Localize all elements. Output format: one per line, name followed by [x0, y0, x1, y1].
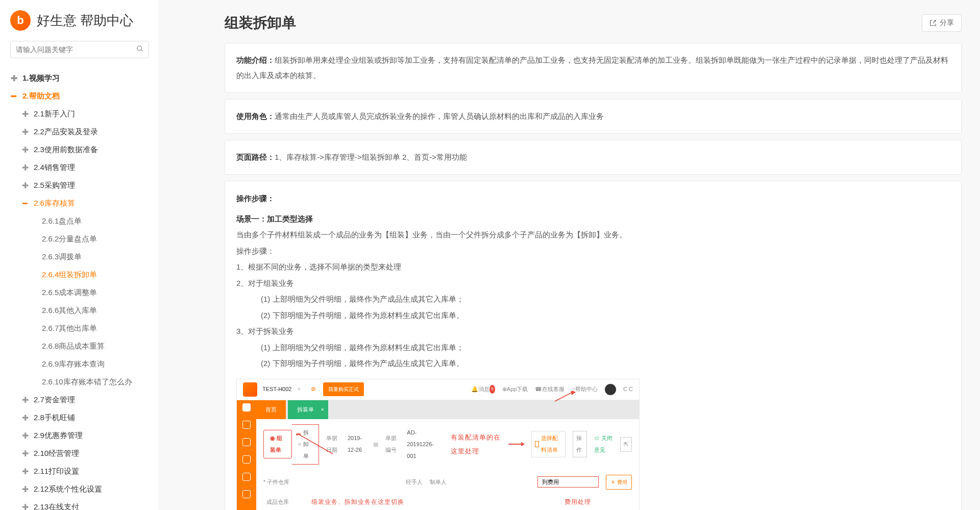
- annot-top: 有装配清单的在这里处理: [451, 430, 501, 458]
- plus-icon: ✚: [21, 163, 29, 173]
- nav-2-6-3[interactable]: 2.6.3调拨单: [10, 248, 158, 266]
- plus-icon: ✚: [21, 145, 29, 155]
- plus-icon: ✚: [21, 127, 29, 137]
- step-3: 3、对于拆装业务: [236, 323, 950, 339]
- trial-badge: 我要购买正式: [323, 382, 364, 396]
- user-name: C C: [623, 383, 633, 395]
- form-row-3: 成品仓库 组装业务、拆卸业务在这里切换 费用处理: [256, 495, 639, 510]
- intro-panel: 功能介绍：组装拆卸单用来处理企业组装或拆卸等加工业务，支持有固定装配清单的产品加…: [225, 43, 962, 93]
- step-1: 1、根据不同的业务，选择不同单据的类型来处理: [236, 259, 950, 275]
- svg-line-1: [141, 50, 142, 51]
- ops-button: 操作: [573, 431, 587, 457]
- tab-home: 首页: [256, 400, 286, 419]
- path-text: 1、库存核算->库存管理->组装拆卸单 2、首页->常用功能: [275, 153, 467, 161]
- role-panel: 使用角色：通常由生产人员或库管人员完成拆装业务的操作，库管人员确认原材料的出库和…: [225, 99, 962, 134]
- steps-panel: 操作步骤： 场景一：加工类型选择 当由多个子件材料组装成一个成品的业务为【组装】…: [225, 181, 962, 510]
- tabs: 首页 拆装单: [256, 400, 639, 419]
- logo-icon: b: [10, 10, 31, 31]
- choose-button: 选择配料清单: [531, 431, 566, 457]
- role-label: 使用角色：: [236, 112, 275, 120]
- side-icon: [242, 455, 251, 464]
- arrow-icon: [508, 444, 524, 445]
- minus-icon: ━: [10, 91, 17, 101]
- nav-2-6-5[interactable]: 2.6.5成本调整单: [10, 284, 158, 302]
- nav-2-5[interactable]: ✚2.5采购管理: [10, 177, 158, 195]
- nav-2-6-10[interactable]: 2.6.10库存账本错了怎么办: [10, 373, 158, 391]
- side-icon: [242, 473, 251, 481]
- plus-icon: ✚: [21, 484, 29, 494]
- plus-icon: ✚: [21, 449, 29, 458]
- page-title: 组装拆卸单: [225, 13, 296, 33]
- form-row-2: * 子件仓库 经手人 制单人 ￥ 费用: [256, 470, 639, 495]
- nav-2-1[interactable]: ✚2.1新手入门: [10, 105, 158, 123]
- avatar-icon: [605, 384, 616, 395]
- side-icon: [242, 438, 251, 446]
- nav-2-6-2[interactable]: 2.6.2分量盘点单: [10, 230, 158, 248]
- nav-2-6-4[interactable]: 2.6.4组装拆卸单: [10, 266, 158, 284]
- path-label: 页面路径：: [236, 153, 275, 161]
- nav-2-6[interactable]: ━2.6库存核算: [10, 195, 158, 212]
- plus-icon: ✚: [21, 413, 29, 423]
- search-input[interactable]: [10, 41, 149, 58]
- nav-2-6-6[interactable]: 2.6.6其他入库单: [10, 302, 158, 320]
- logo: b 好生意 帮助中心: [10, 10, 158, 31]
- search-icon[interactable]: [136, 45, 144, 54]
- nav-2-6-7[interactable]: 2.6.7其他出库单: [10, 320, 158, 337]
- nav-2-11[interactable]: ✚2.11打印设置: [10, 463, 158, 480]
- plus-icon: ✚: [21, 109, 29, 119]
- step-3b: (2) 下部明细为子件明细，最终作为产成品生成其它入库单。: [236, 355, 950, 372]
- step-2a: (1) 上部明细为父件明细，最终作为产成品生成其它入库单；: [236, 291, 950, 307]
- help-link: ○ 帮助中心: [572, 383, 598, 395]
- msg-link: 🔔 消息5: [471, 383, 495, 395]
- step-3a: (1) 上部明细为父件明细，最终作为原材料生成其它出库单；: [236, 339, 950, 356]
- svg-point-0: [137, 46, 142, 51]
- plus-icon: ✚: [21, 181, 29, 190]
- plus-icon: ✚: [21, 502, 29, 510]
- nav-video[interactable]: ✚1.视频学习: [10, 69, 158, 87]
- nav-2-7[interactable]: ✚2.7资金管理: [10, 391, 158, 409]
- scene-title: 场景一：加工类型选择: [236, 211, 950, 227]
- ops-label: 操作步骤：: [236, 243, 950, 259]
- nav-2-6-8[interactable]: 2.6.8商品成本重算: [10, 337, 158, 355]
- side-icon: [242, 490, 251, 498]
- plus-icon: ✚: [21, 467, 29, 476]
- nav-2-9[interactable]: ✚2.9优惠券管理: [10, 427, 158, 445]
- sidebar: b 好生意 帮助中心 ✚1.视频学习 ━2.帮助文档 ✚2.1新手入门 ✚2.2…: [0, 0, 158, 510]
- company-name: TEST-H002: [262, 383, 291, 395]
- main-content: 组装拆卸单 分享 功能介绍：组装拆卸单用来处理企业组装或拆卸等加工业务，支持有固…: [158, 0, 980, 510]
- annot-switch: 组装业务、拆卸业务在这里切换: [311, 496, 404, 508]
- nav-2-13[interactable]: ✚2.13在线支付: [10, 498, 158, 510]
- assembly-button: ◉ 组装单: [263, 430, 292, 458]
- intro-label: 功能介绍：: [236, 56, 275, 64]
- intro-text: 组装拆卸单用来处理企业组装或拆卸等加工业务，支持有固定装配清单的产品加工业务，也…: [236, 56, 948, 80]
- home-icon: [242, 403, 251, 411]
- fee-btn: ￥ 费用: [606, 475, 632, 490]
- scene-desc: 当由多个子件材料组装成一个成品的业务为【组装】业务，当由一个父件拆分成多个子产品…: [236, 227, 950, 243]
- step-2: 2、对于组装业务: [236, 275, 950, 292]
- nav-2-8[interactable]: ✚2.8手机旺铺: [10, 409, 158, 427]
- share-icon: [929, 19, 937, 27]
- collapse-icon: ⇱: [620, 437, 632, 452]
- path-panel: 页面路径：1、库存核算->库存管理->组装拆卸单 2、首页->常用功能: [225, 140, 962, 175]
- tab-doc: 拆装单: [288, 400, 328, 419]
- logo-text: 好生意 帮助中心: [37, 12, 133, 30]
- plus-icon: ✚: [21, 395, 29, 405]
- form-row-1: ◉ 组装单 ○ 拆卸单 单据日期 2019-12-26▦ 单据编号 AD-201…: [256, 419, 639, 470]
- nav-2-6-9[interactable]: 2.6.9库存账本查询: [10, 355, 158, 373]
- embed-sidebar: [237, 400, 256, 511]
- nav-2-2[interactable]: ✚2.2产品安装及登录: [10, 123, 158, 141]
- plus-icon: ✚: [10, 74, 17, 83]
- share-button[interactable]: 分享: [922, 14, 962, 32]
- plus-icon: ✚: [21, 431, 29, 441]
- nav-docs[interactable]: ━2.帮助文档: [10, 87, 158, 105]
- fee-input: [537, 476, 599, 488]
- header: 组装拆卸单 分享: [225, 13, 962, 33]
- nav-2-12[interactable]: ✚2.12系统个性化设置: [10, 480, 158, 498]
- step-2b: (2) 下部明细为子件明细，最终作为原材料生成其它出库单。: [236, 307, 950, 324]
- nav-2-6-1[interactable]: 2.6.1盘点单: [10, 212, 158, 230]
- nav-2-3[interactable]: ✚2.3使用前数据准备: [10, 141, 158, 159]
- nav-2-10[interactable]: ✚2.10经营管理: [10, 445, 158, 463]
- steps-title: 操作步骤：: [236, 190, 950, 207]
- screenshot-embed: TEST-H002 ▾ ⚙ 我要购买正式 🔔 消息5 ⊕ App下载 ☎ 在线客…: [236, 379, 640, 511]
- nav-2-4[interactable]: ✚2.4销售管理: [10, 159, 158, 177]
